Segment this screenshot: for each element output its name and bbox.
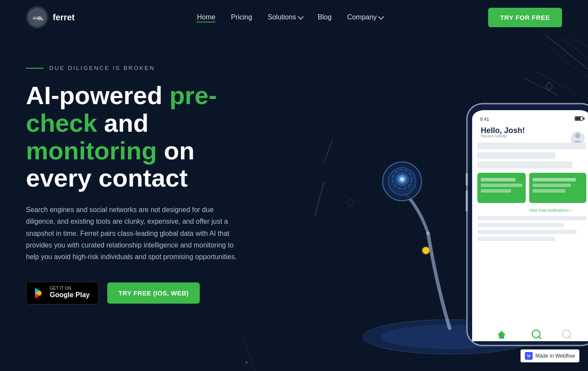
- logo-text: ferret: [53, 13, 92, 22]
- svg-rect-51: [477, 223, 564, 227]
- nav-item-blog[interactable]: Blog: [318, 13, 332, 21]
- heading-text-2: and: [97, 109, 148, 137]
- nav-item-solutions[interactable]: Solutions: [268, 13, 302, 21]
- svg-rect-39: [477, 152, 555, 159]
- logo-icon: 🦡: [26, 6, 48, 29]
- svg-rect-63: [466, 173, 468, 186]
- svg-text:View Past Notifications >: View Past Notifications >: [529, 208, 572, 212]
- nav-link-solutions[interactable]: Solutions: [268, 13, 302, 21]
- svg-rect-58: [499, 335, 504, 339]
- svg-rect-41: [477, 173, 526, 203]
- svg-rect-38: [477, 143, 586, 149]
- svg-rect-52: [477, 230, 577, 234]
- svg-point-21: [422, 247, 429, 254]
- nav-item-home[interactable]: Home: [197, 13, 215, 21]
- try-free-ios-button[interactable]: TRY FREE (IOS, WEB): [107, 282, 200, 304]
- google-play-label-small: GET IT ON: [50, 286, 89, 291]
- hero-illustration: 9:41 Recent Activity Hello, Josh!: [264, 35, 588, 371]
- navigation: 🦡 ferret Home Pricing Solutions Blog Com…: [0, 0, 588, 35]
- svg-rect-46: [533, 178, 576, 181]
- svg-rect-43: [481, 178, 515, 181]
- svg-rect-44: [481, 184, 522, 187]
- phone-svg: 9:41 Recent Activity Hello, Josh!: [264, 35, 588, 371]
- svg-rect-30: [575, 117, 581, 120]
- hero-description: Search engines and social networks are n…: [26, 204, 242, 263]
- svg-rect-42: [529, 173, 586, 203]
- svg-rect-45: [481, 189, 511, 193]
- hero-buttons: GET IT ON Google Play TRY FREE (IOS, WEB…: [26, 282, 277, 304]
- heading-text-1: AI-powered: [26, 81, 169, 109]
- nav-link-company[interactable]: Company: [347, 13, 383, 21]
- chevron-down-icon-2: [378, 14, 384, 20]
- svg-point-34: [575, 133, 580, 138]
- svg-text:Hello, Josh!: Hello, Josh!: [481, 126, 525, 135]
- heading-green-2: monitoring: [26, 136, 157, 165]
- webflow-badge[interactable]: Made in Webflow: [521, 349, 579, 362]
- svg-point-19: [400, 177, 404, 181]
- nav-link-home[interactable]: Home: [197, 13, 215, 22]
- svg-rect-64: [466, 190, 468, 212]
- nav-item-company[interactable]: Company: [347, 13, 383, 21]
- google-play-label-large: Google Play: [50, 291, 89, 300]
- svg-rect-50: [477, 216, 586, 220]
- nav-link-pricing[interactable]: Pricing: [231, 13, 252, 21]
- svg-text:ferret: ferret: [53, 13, 75, 22]
- hero-content: DUE DILIGENCE IS BROKEN AI-powered pre-c…: [26, 52, 277, 304]
- svg-rect-72: [525, 352, 533, 360]
- svg-rect-48: [533, 189, 566, 193]
- tagline: DUE DILIGENCE IS BROKEN: [26, 65, 277, 71]
- nav-item-pricing[interactable]: Pricing: [231, 13, 252, 21]
- try-for-free-button[interactable]: TRY FOR FREE: [488, 8, 562, 27]
- google-play-icon: [33, 287, 45, 299]
- svg-rect-40: [477, 162, 572, 168]
- svg-rect-53: [477, 237, 555, 241]
- chevron-down-icon: [297, 14, 304, 20]
- hero-heading: AI-powered pre-check and monitoring onev…: [26, 82, 277, 192]
- nav-links: Home Pricing Solutions Blog Company: [197, 13, 383, 21]
- nav-link-blog[interactable]: Blog: [318, 13, 332, 21]
- svg-line-9: [242, 332, 255, 371]
- svg-text:🦡: 🦡: [32, 11, 44, 23]
- svg-rect-47: [533, 184, 571, 187]
- webflow-logo-icon: [525, 352, 533, 360]
- tagline-line: [26, 68, 43, 69]
- google-play-button[interactable]: GET IT ON Google Play: [26, 282, 99, 304]
- tagline-text: DUE DILIGENCE IS BROKEN: [49, 65, 155, 71]
- hero-section: DUE DILIGENCE IS BROKEN AI-powered pre-c…: [0, 35, 588, 371]
- webflow-label: Made in Webflow: [535, 353, 575, 359]
- svg-text:9:41: 9:41: [480, 117, 489, 122]
- svg-point-8: [245, 361, 248, 364]
- logo[interactable]: 🦡 ferret: [26, 6, 92, 29]
- google-play-text: GET IT ON Google Play: [50, 286, 89, 300]
- svg-rect-31: [583, 117, 585, 120]
